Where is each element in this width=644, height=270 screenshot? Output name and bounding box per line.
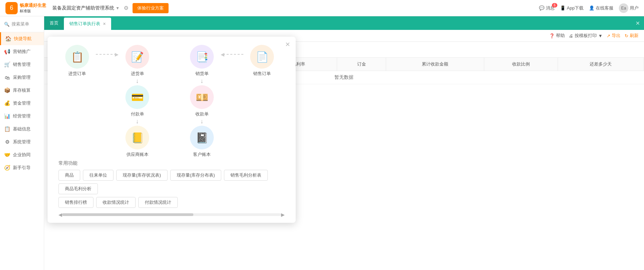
search-icon: 🔍	[4, 22, 10, 27]
modal-box: ✕ 📋 进货订单 ▶	[48, 37, 296, 223]
phone-icon: 📱	[560, 5, 565, 11]
sidebar-label-system: 系统管理	[13, 139, 31, 145]
common-btn-7[interactable]: 收款情况统计	[96, 197, 136, 208]
search-menu-btn[interactable]: 🔍 搜索菜单	[3, 20, 41, 29]
sidebar-item-purchase[interactable]: 🛍 采购管理	[0, 71, 44, 84]
common-btn-3[interactable]: 现存量(库存分布表)	[170, 170, 222, 181]
arrow-left-2: ▶	[221, 52, 243, 57]
system-title: 装备及固定资产辅助管理系统 ▼ ⚙ 体验行业方案	[52, 3, 539, 13]
sidebar-label-newbie: 新手引导	[13, 165, 31, 171]
sidebar-item-sales[interactable]: 🛒 销售管理	[0, 58, 44, 71]
node-sales-order[interactable]: 📄 销售订单	[243, 45, 281, 77]
sidebar-label-operations: 经营管理	[13, 113, 31, 119]
arrow-down-payment: ↓	[136, 77, 139, 85]
main-area: 🔍 搜索菜单 🏠 快捷导航 📢 营销推广 🛒 销售管理 🛍	[0, 16, 644, 270]
top-right: 💬 消息 6 📱 App下载 👤 在线客服 Ea 用户	[539, 3, 639, 13]
sidebar-item-quick-nav[interactable]: 🏠 快捷导航	[0, 32, 44, 45]
purchase-icon: 🛍	[4, 74, 10, 80]
sidebar-item-finance[interactable]: 💰 资金管理	[0, 97, 44, 110]
message-btn[interactable]: 💬 消息 6	[539, 5, 555, 11]
common-btns: 商品 往来单位 现存量(库存状况表) 现存量(库存分布表) 销售毛利分析表 商品…	[58, 170, 285, 194]
sidebar-label-purchase: 采购管理	[13, 74, 31, 80]
sidebar-item-system[interactable]: ⚙ 系统管理	[0, 136, 44, 148]
newbie-icon: 🧭	[4, 165, 10, 171]
node-supplier-ledger[interactable]: 📒 供应商账本	[119, 126, 156, 158]
home-icon: 🏠	[5, 36, 11, 42]
node-payment-bill[interactable]: 💳 付款单	[119, 85, 156, 117]
sidebar-label-marketing: 营销推广	[13, 49, 31, 55]
scroll-right-btn[interactable]: ▶	[281, 212, 285, 217]
modal-scrollbar: ◀ ▶	[58, 212, 285, 217]
common-btn-0[interactable]: 商品	[58, 170, 80, 181]
basic-info-icon: 📋	[4, 126, 10, 132]
sidebar-item-marketing[interactable]: 📢 营销推广	[0, 45, 44, 58]
app-download-btn[interactable]: 📱 App下载	[560, 5, 584, 11]
common-functions-title: 常用功能	[58, 160, 285, 166]
message-icon: 💬	[539, 5, 544, 11]
node-sales-order-circle: 📄	[250, 45, 274, 69]
user-area[interactable]: Ea 用户	[619, 3, 639, 13]
system-icon: ⚙	[4, 139, 10, 145]
sidebar-item-newbie[interactable]: 🧭 新手引导	[0, 161, 44, 174]
common-btn-4[interactable]: 销售毛利分析表	[224, 170, 268, 181]
node-purchase-order-circle: 📋	[65, 45, 89, 69]
marketing-icon: 📢	[4, 49, 10, 55]
node-receipt-bill-circle: 💴	[190, 85, 214, 109]
message-badge: 6	[552, 3, 557, 7]
logo-line1: 畅康通好生意	[20, 3, 46, 8]
flow-col-purchase-order: 📋 进货订单	[58, 45, 96, 77]
operations-icon: 📊	[4, 113, 10, 119]
arrow-right-1: ▶	[96, 52, 119, 57]
sidebar-item-cooperation[interactable]: 🤝 企业协同	[0, 148, 44, 161]
sidebar-label-inventory: 库存核算	[13, 87, 31, 93]
online-service-btn[interactable]: 👤 在线客服	[589, 5, 613, 11]
arrow-down-receipt: ↓	[201, 77, 204, 85]
system-dropdown-btn[interactable]: ▼	[116, 6, 120, 11]
node-customer-ledger-label: 客户账本	[193, 151, 211, 158]
common-btn-5[interactable]: 商品毛利分析	[58, 183, 98, 194]
common-btn-8[interactable]: 付款情况统计	[138, 197, 178, 208]
common-btn-6[interactable]: 销售排行榜	[58, 197, 93, 208]
node-purchase-order[interactable]: 📋 进货订单	[58, 45, 96, 77]
online-service-label: 在线客服	[596, 5, 613, 11]
node-sales-order-label: 销售订单	[253, 71, 271, 77]
common-btn-1[interactable]: 往来单位	[83, 170, 114, 181]
sidebar-item-inventory[interactable]: 📦 库存核算	[0, 84, 44, 97]
sidebar-label-quick-nav: 快捷导航	[14, 36, 32, 42]
logo-icon: 6	[5, 2, 18, 14]
sidebar-item-operations[interactable]: 📊 经营管理	[0, 110, 44, 123]
node-sales-bill[interactable]: 📑 销货单	[183, 45, 221, 77]
sidebar-item-basic-info[interactable]: 📋 基础信息	[0, 123, 44, 136]
common-btns-row2: 销售排行榜 收款情况统计 付款情况统计	[58, 197, 285, 208]
flow-col-sales-bill: 📑 销货单 ↓ 💴 收款单 ↓ 📓 客户账本	[183, 45, 221, 158]
inventory-icon: 📦	[4, 87, 10, 93]
modal-overlay: ✕ 📋 进货订单 ▶	[44, 16, 644, 270]
node-payment-bill-circle: 💳	[125, 85, 149, 109]
search-menu-label: 搜索菜单	[12, 21, 29, 27]
common-btn-2[interactable]: 现存量(库存状况表)	[116, 170, 168, 181]
node-receipt-bill[interactable]: 💴 收款单	[183, 85, 221, 117]
scrollbar-thumb[interactable]	[62, 213, 193, 216]
sidebar-label-basic-info: 基础信息	[13, 126, 31, 132]
user-label: 用户	[630, 5, 639, 11]
node-receipt-bill-label: 收款单	[195, 111, 209, 117]
node-sales-bill-circle: 📑	[190, 45, 214, 69]
node-sales-bill-label: 销货单	[195, 71, 209, 77]
top-bar: 6 畅康通好生意 标准版 装备及固定资产辅助管理系统 ▼ ⚙ 体验行业方案 💬 …	[0, 0, 644, 16]
modal-close-btn[interactable]: ✕	[285, 41, 290, 48]
node-purchase-bill[interactable]: 📝 进货单	[119, 45, 156, 77]
flow-spacer	[156, 45, 183, 52]
sidebar-label-finance: 资金管理	[13, 100, 31, 106]
sidebar: 🔍 搜索菜单 🏠 快捷导航 📢 营销推广 🛒 销售管理 🛍	[0, 16, 44, 270]
logo-area: 6 畅康通好生意 标准版	[5, 2, 50, 14]
node-customer-ledger[interactable]: 📓 客户账本	[183, 126, 221, 158]
scrollbar-track[interactable]	[62, 213, 281, 216]
node-supplier-ledger-label: 供应商账本	[126, 151, 149, 158]
try-btn[interactable]: 体验行业方案	[133, 3, 169, 13]
gear-btn[interactable]: ⚙	[124, 5, 128, 11]
node-supplier-ledger-circle: 📒	[125, 126, 149, 149]
sales-icon: 🛒	[4, 61, 10, 68]
scroll-left-btn[interactable]: ◀	[58, 212, 62, 217]
sidebar-search[interactable]: 🔍 搜索菜单	[0, 16, 44, 32]
app-wrapper: 6 畅康通好生意 标准版 装备及固定资产辅助管理系统 ▼ ⚙ 体验行业方案 💬 …	[0, 0, 644, 270]
